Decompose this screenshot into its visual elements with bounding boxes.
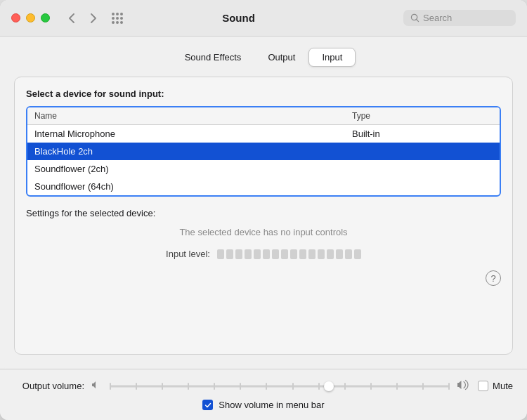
slider-tick <box>370 383 372 390</box>
level-bar <box>263 249 270 259</box>
row-name: Soundflower (64ch) <box>34 181 352 192</box>
output-volume-label: Output volume: <box>14 381 84 391</box>
level-bar <box>245 249 252 259</box>
volume-high-icon <box>457 379 471 393</box>
sound-preferences-window: Sound Search Sound Effects Output Input … <box>0 0 527 420</box>
search-icon <box>410 13 419 22</box>
slider-tick <box>240 383 241 390</box>
show-volume-menu-row: Show volume in menu bar <box>14 400 513 410</box>
section-title: Select a device for sound input: <box>26 88 501 99</box>
level-bar <box>281 249 288 259</box>
tab-input[interactable]: Input <box>308 48 356 67</box>
checkmark-icon <box>204 402 212 409</box>
slider-markers <box>110 381 450 391</box>
table-row[interactable]: Soundflower (64ch) <box>27 178 500 195</box>
level-bar <box>345 249 352 259</box>
settings-section: Settings for the selected device: The se… <box>26 208 501 343</box>
tab-output[interactable]: Output <box>254 48 308 67</box>
row-type <box>352 181 493 192</box>
show-volume-label: Show volume in menu bar <box>219 400 324 410</box>
level-bar <box>336 249 343 259</box>
search-placeholder: Search <box>423 13 452 23</box>
input-level-label: Input level: <box>166 249 210 259</box>
row-type: Built-in <box>352 129 493 139</box>
volume-slider-thumb[interactable] <box>324 381 334 391</box>
maximize-button[interactable] <box>41 13 50 22</box>
slider-tick <box>188 383 189 390</box>
help-button[interactable]: ? <box>486 270 501 286</box>
input-level-row: Input level: <box>26 249 501 259</box>
level-bar <box>299 249 306 259</box>
content-area: Sound Effects Output Input Select a devi… <box>0 37 527 369</box>
mute-label: Mute <box>493 381 513 391</box>
bottom-bar: Output volume: <box>0 369 527 420</box>
device-table: Name Type Internal Microphone Built-in B… <box>26 106 501 197</box>
row-name: Soundflower (2ch) <box>34 164 352 174</box>
window-title: Sound <box>74 12 403 24</box>
level-bar <box>272 249 279 259</box>
mute-container: Mute <box>478 381 513 391</box>
input-panel: Select a device for sound input: Name Ty… <box>14 77 513 355</box>
slider-tick <box>318 383 320 390</box>
titlebar: Sound Search <box>0 0 527 37</box>
settings-title: Settings for the selected device: <box>26 208 501 218</box>
tab-sound-effects[interactable]: Sound Effects <box>171 48 255 67</box>
table-row-selected[interactable]: BlackHole 2ch <box>27 143 500 160</box>
level-bar <box>318 249 325 259</box>
slider-tick <box>110 383 111 390</box>
level-bars <box>217 249 361 259</box>
traffic-lights <box>11 13 50 22</box>
col-name-header: Name <box>34 111 352 121</box>
slider-tick <box>344 383 346 390</box>
slider-tick <box>422 383 424 390</box>
tabs-container: Sound Effects Output Input <box>14 37 513 77</box>
slider-tick <box>214 383 215 390</box>
table-row[interactable]: Internal Microphone Built-in <box>27 125 500 143</box>
table-header: Name Type <box>27 107 500 125</box>
row-type-selected <box>352 146 493 157</box>
col-type-header: Type <box>352 111 493 121</box>
row-name: Internal Microphone <box>34 129 352 139</box>
search-bar[interactable]: Search <box>403 10 516 26</box>
level-bar <box>354 249 361 259</box>
level-bar <box>290 249 297 259</box>
slider-tick <box>162 383 163 390</box>
slider-tick <box>292 383 294 390</box>
slider-tick <box>396 383 398 390</box>
close-button[interactable] <box>11 13 20 22</box>
show-volume-checkbox[interactable] <box>202 400 213 410</box>
slider-tick <box>136 383 137 390</box>
slider-tick <box>266 383 267 390</box>
no-controls-message: The selected device has no input control… <box>26 227 501 237</box>
volume-slider[interactable] <box>110 381 450 391</box>
slider-tick <box>448 383 450 390</box>
volume-low-icon <box>91 379 103 393</box>
row-type <box>352 164 493 174</box>
level-bar <box>327 249 334 259</box>
level-bar <box>226 249 233 259</box>
level-bar <box>235 249 242 259</box>
level-bar <box>254 249 261 259</box>
table-row[interactable]: Soundflower (2ch) <box>27 160 500 178</box>
level-bar <box>217 249 224 259</box>
help-btn-row: ? <box>26 270 501 286</box>
level-bar <box>308 249 315 259</box>
row-name-selected: BlackHole 2ch <box>34 146 352 157</box>
minimize-button[interactable] <box>26 13 35 22</box>
mute-checkbox[interactable] <box>478 381 488 391</box>
output-volume-row: Output volume: <box>14 379 513 393</box>
